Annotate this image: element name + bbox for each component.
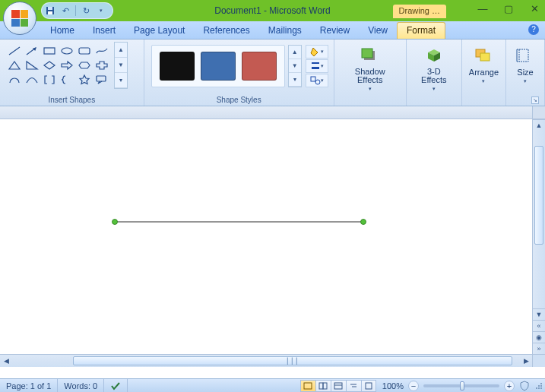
shape-hexagon-icon[interactable] [76, 58, 93, 72]
size-dialog-launcher[interactable]: ↘ [531, 96, 539, 104]
title-bar: ↶ ↻ ▾ Document1 - Microsoft Word Drawing… [0, 0, 545, 21]
style-more-icon[interactable]: ▾ [289, 73, 301, 87]
style-swatch-3[interactable] [242, 52, 277, 81]
close-button[interactable]: ✕ [527, 3, 542, 14]
zoom-out-button[interactable]: − [408, 381, 419, 391]
scroll-up-icon[interactable]: ▲ [533, 119, 545, 131]
vertical-scrollbar[interactable]: ▲ ▼ « ◉ » [532, 119, 545, 354]
status-bar: Page: 1 of 1 Words: 0 100% − + [0, 378, 545, 392]
shape-star-icon[interactable] [76, 73, 93, 87]
gallery-more-icon[interactable]: ▾ [115, 73, 127, 88]
tab-insert[interactable]: Insert [84, 23, 125, 39]
tab-page-layout[interactable]: Page Layout [125, 23, 194, 39]
svg-rect-19 [319, 383, 323, 389]
shape-arc-icon[interactable] [6, 73, 23, 87]
tab-review[interactable]: Review [311, 23, 359, 39]
tab-mailings[interactable]: Mailings [259, 23, 311, 39]
group-insert-shapes: ▲ ▼ ▾ Insert Shapes [0, 40, 144, 106]
gallery-down-icon[interactable]: ▼ [115, 58, 127, 73]
shape-bracket-icon[interactable] [41, 73, 58, 87]
help-icon[interactable]: ? [528, 24, 539, 35]
resize-handle-right[interactable] [361, 220, 366, 225]
shape-rect-icon[interactable] [41, 44, 58, 58]
tab-format[interactable]: Format [397, 22, 445, 39]
shape-diamond-icon[interactable] [41, 58, 58, 72]
shadow-effects-button[interactable]: Shadow Effects ▾ [338, 42, 402, 92]
drawn-line-shape[interactable] [112, 214, 366, 220]
window-title: Document1 - Microsoft Word [214, 5, 331, 16]
shapes-gallery[interactable] [4, 42, 112, 89]
shape-curve-icon[interactable] [24, 73, 40, 87]
office-button[interactable] [3, 2, 36, 35]
arrange-button[interactable]: Arrange ▾ [466, 42, 502, 84]
status-page[interactable]: Page: 1 of 1 [0, 379, 58, 392]
shadow-effects-label: Shadow Effects [341, 68, 399, 84]
style-gallery-scroll[interactable]: ▲ ▼ ▾ [288, 45, 302, 87]
size-icon [513, 45, 537, 66]
vscroll-thumb[interactable] [534, 146, 543, 245]
horizontal-scrollbar[interactable]: ◀ ┃┃┃ ▶ [0, 354, 532, 367]
threed-effects-button[interactable]: 3-D Effects ▾ [410, 42, 458, 92]
scroll-left-icon[interactable]: ◀ [0, 357, 12, 365]
hscroll-thumb[interactable]: ┃┃┃ [73, 356, 512, 365]
svg-point-11 [315, 80, 320, 84]
view-print-layout[interactable] [300, 380, 315, 392]
shape-triangle-icon[interactable] [6, 58, 23, 72]
style-gallery[interactable] [151, 45, 285, 87]
svg-point-28 [540, 385, 542, 387]
horizontal-ruler[interactable] [0, 106, 532, 119]
scroll-down-icon[interactable]: ▼ [533, 308, 545, 320]
save-icon[interactable] [45, 5, 55, 16]
qat-customize-icon[interactable]: ▾ [96, 5, 106, 16]
next-page-icon[interactable]: » [533, 343, 545, 354]
size-button[interactable]: Size ▾ [510, 42, 540, 84]
tab-home[interactable]: Home [41, 23, 84, 39]
tab-view[interactable]: View [359, 23, 397, 39]
browse-object-icon[interactable]: ◉ [533, 331, 545, 343]
zoom-thumb[interactable] [460, 381, 464, 390]
shape-block-arrow-icon[interactable] [59, 58, 75, 72]
ribbon-tabs: Home Insert Page Layout References Maili… [0, 21, 545, 40]
shape-oval-icon[interactable] [59, 44, 75, 58]
shape-cross-icon[interactable] [93, 58, 110, 72]
shape-brace-icon[interactable] [59, 73, 75, 87]
prev-page-icon[interactable]: « [533, 320, 545, 331]
svg-rect-18 [304, 383, 312, 389]
resize-handle-left[interactable] [112, 220, 118, 225]
tab-references[interactable]: References [194, 23, 258, 39]
zoom-level[interactable]: 100% [382, 381, 404, 390]
shape-outline-button[interactable]: ▾ [306, 59, 328, 73]
shape-arrow-icon[interactable] [24, 44, 40, 58]
view-draft[interactable] [361, 380, 376, 392]
shape-rtriangle-icon[interactable] [24, 58, 40, 72]
status-words[interactable]: Words: 0 [58, 379, 104, 392]
view-outline[interactable] [346, 380, 361, 392]
shape-fill-button[interactable]: ▾ [306, 45, 328, 58]
shape-callout-icon[interactable] [93, 73, 110, 87]
undo-icon[interactable]: ↶ [60, 5, 71, 16]
redo-icon[interactable]: ↻ [81, 5, 91, 16]
status-proofing[interactable] [104, 379, 128, 392]
minimize-button[interactable]: — [475, 3, 490, 14]
style-up-icon[interactable]: ▲ [289, 46, 301, 59]
shape-line-icon[interactable] [6, 44, 23, 58]
document-canvas[interactable] [0, 119, 545, 367]
shapes-gallery-scroll[interactable]: ▲ ▼ ▾ [114, 42, 128, 89]
style-swatch-1[interactable] [160, 52, 195, 81]
style-down-icon[interactable]: ▼ [289, 59, 301, 73]
style-swatch-2[interactable] [201, 52, 236, 81]
resize-grip-icon[interactable] [534, 381, 543, 390]
shield-icon[interactable] [519, 381, 530, 391]
shape-roundrect-icon[interactable] [76, 44, 93, 58]
gallery-up-icon[interactable]: ▲ [115, 43, 127, 58]
view-full-screen[interactable] [315, 380, 331, 392]
zoom-slider[interactable] [423, 384, 499, 387]
maximize-button[interactable]: ▢ [501, 3, 516, 14]
change-shape-button[interactable]: ▾ [306, 74, 328, 87]
shape-freeform-icon[interactable] [93, 44, 110, 58]
arrange-icon [471, 45, 496, 66]
ruler-toggle[interactable] [532, 106, 545, 119]
zoom-in-button[interactable]: + [504, 381, 515, 391]
view-web-layout[interactable] [331, 380, 346, 392]
scroll-right-icon[interactable]: ▶ [520, 357, 532, 365]
